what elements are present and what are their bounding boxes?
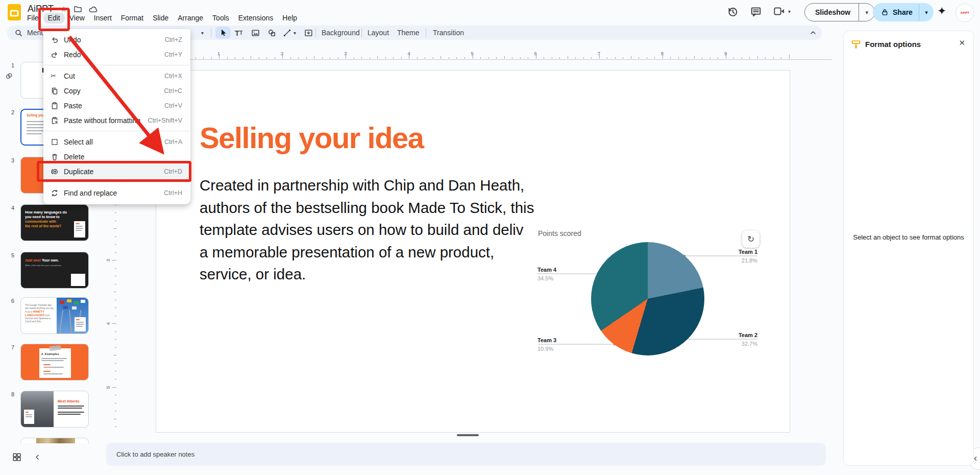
meet-present-button[interactable]: ▾ — [774, 7, 791, 16]
pie-label-team2: Team 2 — [739, 332, 757, 338]
insert-shape-tool[interactable] — [267, 26, 276, 40]
gemini-sparkle-icon[interactable]: ✦ — [937, 5, 946, 17]
thumb-number: 6 — [5, 298, 14, 304]
text-line-bar — [58, 408, 82, 409]
text-line-bar — [76, 319, 80, 320]
thumb5-sub: (With a little help from your smartphone… — [25, 264, 61, 267]
text-line-bar — [76, 326, 83, 327]
menu-slide[interactable]: Slide — [148, 13, 173, 23]
text-line-bar — [76, 322, 84, 323]
thumb4-line: How many languages do — [25, 210, 67, 215]
flagpole — [69, 310, 72, 334]
toolbar-separator — [315, 28, 316, 37]
menu-item-paste-without-formatting[interactable]: Paste without formattingCtrl+Shift+V — [43, 113, 190, 128]
flag — [74, 301, 79, 304]
thumb-number: 1 — [5, 62, 14, 68]
background-button[interactable]: Background — [322, 26, 360, 40]
insert-line-tool[interactable] — [283, 26, 291, 40]
redo-icon — [51, 51, 64, 59]
collapse-filmstrip-button[interactable] — [34, 454, 41, 461]
menu-item-cut[interactable]: ✂ CutCtrl+X — [43, 68, 190, 83]
thumb5-rest: Your own. — [41, 258, 59, 262]
body-line: template advises users on how to build a… — [200, 219, 534, 241]
layout-button[interactable]: Layout — [368, 26, 389, 40]
slide-thumbnail-7[interactable]: 2. Examples — [20, 344, 89, 381]
text-line-bar — [76, 230, 82, 231]
text-line-bar — [27, 133, 42, 134]
cloud-status-icon[interactable] — [89, 6, 98, 13]
annotation-box-duplicate — [37, 161, 191, 182]
share-button[interactable]: Share ▾ — [873, 3, 934, 21]
menu-item-select-all[interactable]: Select allCtrl+A — [43, 134, 190, 149]
pie-label-team3: Team 3 — [537, 337, 556, 343]
slideshow-dropdown[interactable]: ▾ — [859, 4, 874, 21]
menu-item-undo[interactable]: UndoCtrl+Z — [43, 32, 190, 47]
close-icon[interactable]: ✕ — [959, 38, 965, 48]
paperclip-icon — [5, 72, 13, 80]
version-history-icon[interactable] — [727, 6, 738, 17]
slide-thumbnail-6[interactable]: The Google Translate app can repeat anyt… — [20, 297, 89, 334]
menu-item-paste[interactable]: PasteCtrl+V — [43, 98, 190, 113]
share-dropdown[interactable]: ▾ — [919, 4, 934, 21]
menu-bar: File Edit View Insert Format Slide Arran… — [22, 13, 302, 23]
zoom-dropdown[interactable]: ▾ — [201, 26, 204, 40]
grid-view-button[interactable] — [12, 453, 21, 462]
speaker-notes[interactable]: Click to add speaker notes — [106, 443, 826, 466]
thumb9-photo — [36, 438, 75, 443]
account-avatar[interactable]: AiPPT — [955, 4, 974, 22]
thumb4-line: communicate with — [25, 219, 67, 224]
transition-button[interactable]: Transition — [433, 26, 464, 40]
menu-help[interactable]: Help — [278, 13, 302, 23]
menu-edit[interactable]: Edit — [43, 13, 65, 23]
collapse-toolbar-button[interactable] — [810, 26, 817, 40]
thumb-number: 2 — [5, 109, 14, 115]
slides-app-icon[interactable] — [7, 4, 21, 21]
text-line-bar — [76, 228, 83, 229]
canvas-scroll-indicator[interactable] — [457, 434, 479, 436]
menu-item-find-and-replace[interactable]: Find and replaceCtrl+H — [43, 185, 190, 200]
slide-thumbnail-9[interactable] — [20, 438, 89, 443]
search-icon — [14, 29, 23, 37]
flagpole — [59, 310, 63, 334]
menu-extensions[interactable]: Extensions — [234, 13, 278, 23]
menu-item-redo[interactable]: RedoCtrl+Y — [43, 47, 190, 62]
text-line-bar — [76, 226, 83, 227]
comments-icon[interactable] — [750, 6, 762, 17]
flag — [67, 299, 71, 302]
annotation-box-edit — [38, 8, 70, 31]
menu-item-copy[interactable]: CopyCtrl+C — [43, 83, 190, 98]
insert-placeholder-tool[interactable] — [304, 26, 313, 40]
slideshow-button[interactable]: Slideshow ▾ — [804, 3, 875, 21]
slide-thumbnail-5[interactable]: Just one! Your own. (With a little help … — [20, 252, 89, 289]
chevron-down-icon: ▾ — [788, 9, 791, 14]
panel-empty-message: Select an object to see format options — [844, 233, 973, 241]
panel-title: Format options — [865, 40, 921, 49]
theme-button[interactable]: Theme — [397, 26, 420, 40]
menu-insert[interactable]: Insert — [89, 13, 116, 23]
slide-thumbnail-4[interactable]: How many languages do you need to know t… — [20, 204, 89, 241]
slide-thumbnail-8[interactable]: Meet Alberto. — [20, 391, 89, 428]
thumb-number: 7 — [5, 344, 14, 350]
text-line-bar — [58, 406, 84, 407]
slide-title[interactable]: Selling your idea — [200, 121, 424, 155]
pie-pct-team3: 10.9% — [537, 346, 553, 352]
pie-label-team4: Team 4 — [537, 267, 556, 273]
select-tool[interactable] — [215, 26, 231, 40]
menu-tools[interactable]: Tools — [208, 13, 234, 23]
slide-canvas[interactable]: Selling your idea Created in partnership… — [156, 70, 790, 433]
body-line: service, or idea. — [200, 263, 534, 286]
copy-icon — [51, 87, 64, 95]
menu-format[interactable]: Format — [116, 13, 148, 23]
slide-body-text[interactable]: Created in partnership with Chip and Dan… — [200, 174, 534, 286]
text-box-tool[interactable]: TT — [235, 26, 242, 40]
flag — [63, 306, 68, 309]
toolbar-separator — [211, 28, 211, 37]
embedded-chart[interactable]: Points scored ↻ Team 1 21.8% Team 2 32.7… — [534, 224, 765, 366]
text-line-bar — [41, 360, 64, 361]
menu-arrange[interactable]: Arrange — [173, 13, 208, 23]
pie-chart[interactable] — [591, 242, 704, 355]
line-dropdown[interactable]: ▾ — [293, 26, 296, 40]
google-slides-app: AiPPT ☆ File Edit View Insert Format Sli… — [0, 0, 980, 475]
insert-image-tool[interactable] — [251, 26, 260, 40]
move-folder-icon[interactable] — [74, 5, 82, 13]
